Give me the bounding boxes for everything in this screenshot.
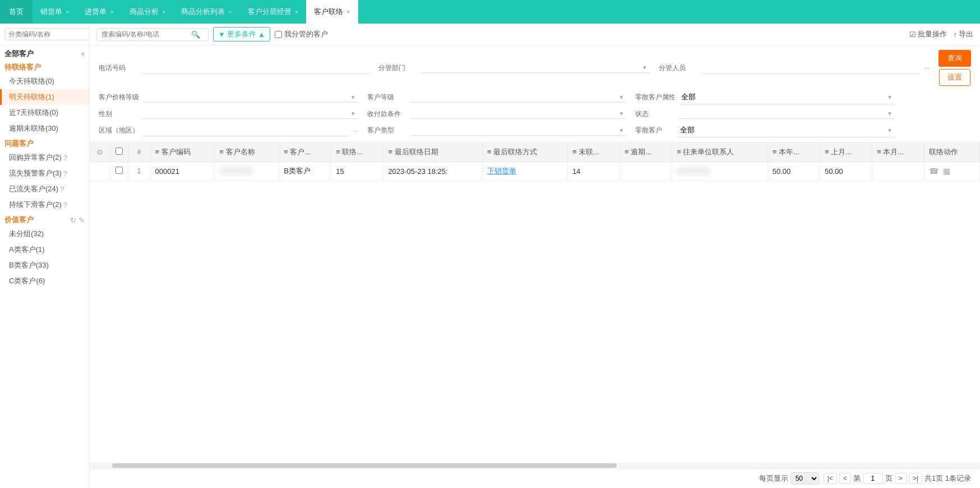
- filter-gender: 性别 ▼: [99, 109, 358, 119]
- my-customers-checkbox[interactable]: [275, 31, 282, 38]
- qr-icon[interactable]: ▦: [943, 167, 950, 176]
- nav-product-analysis-list[interactable]: 商品分析列表 ×: [173, 0, 239, 24]
- phone-input[interactable]: [141, 62, 369, 74]
- col-contact-count: ≡ 联络...: [331, 142, 383, 162]
- row-this-year: 50.00: [768, 162, 820, 181]
- close-customer-contact-icon[interactable]: ×: [346, 8, 350, 15]
- sidebar-item-tomorrow-contact[interactable]: 明天待联络(1): [0, 89, 89, 105]
- close-customer-stratification-icon[interactable]: ×: [295, 8, 298, 15]
- col-customer-code: ≡ 客户编码: [150, 142, 215, 162]
- filter-row-4: 区域（地区） ··· 客户类型 ▼ 零散客户 全部 ▼: [99, 123, 971, 137]
- filter-icon: ▼: [218, 30, 225, 39]
- contact-icon[interactable]: ☎: [929, 167, 939, 176]
- region-dots-icon[interactable]: ···: [353, 127, 358, 135]
- price-grade-select[interactable]: ▼: [142, 93, 358, 103]
- search-icon[interactable]: 🔍: [191, 30, 200, 39]
- filter-payment: 收付款条件 ▼: [367, 109, 627, 119]
- sidebar-item-7days-contact[interactable]: 近7天待联络(0): [0, 105, 89, 121]
- content-area: 🔍 ▼ 更多条件 ▲ 我分管的客户 ☑ 批量操作 ↑ 导出: [90, 24, 980, 488]
- table-row: 1 000021 B类客户 15: [90, 162, 980, 181]
- retail-attr-select[interactable]: 全部 ▼: [679, 90, 895, 104]
- payment-select[interactable]: ▼: [410, 109, 627, 119]
- last-page-button[interactable]: >|: [909, 473, 922, 484]
- row-customer-code: 000021: [150, 162, 215, 181]
- region-input[interactable]: [142, 125, 349, 136]
- refresh-icon[interactable]: ↻: [70, 216, 76, 224]
- customer-grade-select[interactable]: ▼: [410, 93, 627, 103]
- col-this-year: ≡ 本年...: [768, 142, 820, 162]
- nav-customer-stratification[interactable]: 客户分层经营 ×: [240, 0, 306, 24]
- sidebar-item-overdue-contact[interactable]: 逾期未联络(30): [0, 121, 89, 136]
- close-product-analysis-list-icon[interactable]: ×: [228, 8, 232, 15]
- batch-icon: ☑: [909, 30, 916, 39]
- collapse-icon[interactable]: «: [81, 50, 85, 58]
- sidebar-item-b-class[interactable]: B类客户(33): [0, 257, 89, 273]
- nav-product-analysis[interactable]: 商品分析 ×: [122, 0, 173, 24]
- row-gear: [90, 162, 110, 181]
- payment-chevron-icon: ▼: [618, 111, 624, 117]
- page-number-input[interactable]: [863, 473, 883, 484]
- export-icon: ↑: [954, 30, 958, 39]
- row-last-month: 50.00: [820, 162, 872, 181]
- set-button[interactable]: 设置: [939, 69, 970, 86]
- sidebar-item-a-class[interactable]: A类客户(1): [0, 242, 89, 257]
- close-sales-order-icon[interactable]: ×: [66, 8, 69, 15]
- sidebar-search-area: 🔍: [0, 24, 89, 45]
- edit-icon[interactable]: ✎: [78, 216, 85, 224]
- person-dots-icon[interactable]: ···: [924, 64, 930, 72]
- status-select[interactable]: ▼: [678, 109, 895, 119]
- query-button[interactable]: 查询: [939, 50, 971, 67]
- person-input[interactable]: [701, 62, 921, 74]
- row-customer-name: [215, 162, 279, 181]
- nav-home[interactable]: 首页: [0, 0, 33, 24]
- close-product-analysis-icon[interactable]: ×: [162, 8, 165, 15]
- row-customer-type: B类客户: [279, 162, 331, 181]
- sidebar-item-repurchase-anomaly[interactable]: 回购异常客户(2) ?: [0, 150, 89, 165]
- sidebar-item-c-class[interactable]: C类客户(6): [0, 273, 89, 289]
- close-purchase-order-icon[interactable]: ×: [110, 8, 113, 15]
- col-last-contact-method: ≡ 最后联络方式: [482, 142, 567, 162]
- dept-select[interactable]: ▼: [421, 63, 649, 73]
- sidebar-item-churned[interactable]: 已流失客户(24) ?: [0, 181, 89, 197]
- filter-phone: 电话号码: [99, 62, 369, 74]
- search-box: 🔍: [96, 28, 209, 41]
- batch-operation-button[interactable]: ☑ 批量操作: [909, 29, 947, 39]
- sidebar-item-ungrouped[interactable]: 未分组(32): [0, 226, 89, 242]
- sidebar-item-today-contact[interactable]: 今天待联络(0): [0, 73, 89, 89]
- nav-customer-contact[interactable]: 客户联络 ×: [306, 0, 358, 24]
- table-header-row: ⚙ # ≡ 客户编码 ≡ 客户名称: [90, 142, 980, 162]
- sidebar-all-customers[interactable]: 全部客户 «: [0, 45, 89, 60]
- scrollbar-thumb[interactable]: [112, 463, 617, 468]
- search-input[interactable]: [101, 30, 191, 38]
- settings-icon[interactable]: ⚙: [96, 148, 103, 156]
- row-select-checkbox[interactable]: [115, 167, 123, 174]
- sidebar-item-churn-warning[interactable]: 流失预警客户(3) ?: [0, 165, 89, 181]
- filter-retail-customer: 零散客户 全部 ▼: [635, 123, 895, 137]
- per-page-select[interactable]: 50 100 200: [791, 472, 819, 485]
- filter-person: 分管人员 ···: [659, 62, 930, 74]
- nav-purchase-order[interactable]: 进货单 ×: [77, 0, 121, 24]
- more-filters-button[interactable]: ▼ 更多条件 ▲: [213, 27, 270, 42]
- toolbar: 🔍 ▼ 更多条件 ▲ 我分管的客户 ☑ 批量操作 ↑ 导出: [90, 24, 980, 45]
- retail-customer-select[interactable]: 全部 ▼: [678, 123, 895, 137]
- row-overdue: [620, 162, 672, 181]
- next-page-button[interactable]: >: [895, 473, 907, 484]
- export-button[interactable]: ↑ 导出: [954, 29, 974, 39]
- filter-customer-type: 客户类型 ▼: [367, 126, 627, 136]
- nav-sales-order[interactable]: 销货单 ×: [33, 0, 77, 24]
- customers-table: ⚙ # ≡ 客户编码 ≡ 客户名称: [90, 142, 980, 181]
- horizontal-scrollbar[interactable]: [90, 463, 980, 468]
- select-all-checkbox[interactable]: [115, 148, 123, 155]
- col-customer-type: ≡ 客户...: [279, 142, 331, 162]
- first-page-button[interactable]: |<: [824, 473, 837, 484]
- customer-type-select[interactable]: ▼: [410, 126, 627, 136]
- sidebar-search-input[interactable]: [4, 28, 90, 40]
- sidebar-item-declining[interactable]: 持续下滑客户(2) ?: [0, 197, 89, 213]
- row-this-month: [872, 162, 924, 181]
- filter-row-1: 电话号码 分管部门 ▼ 分管人员 ··· 查询 设置: [99, 50, 971, 86]
- retail-customer-chevron-icon: ▼: [887, 127, 893, 133]
- gender-select[interactable]: ▼: [141, 109, 358, 119]
- action-icons: ☎ ▦: [929, 167, 975, 176]
- prev-page-button[interactable]: <: [839, 473, 851, 484]
- row-unit-contact: [672, 162, 768, 181]
